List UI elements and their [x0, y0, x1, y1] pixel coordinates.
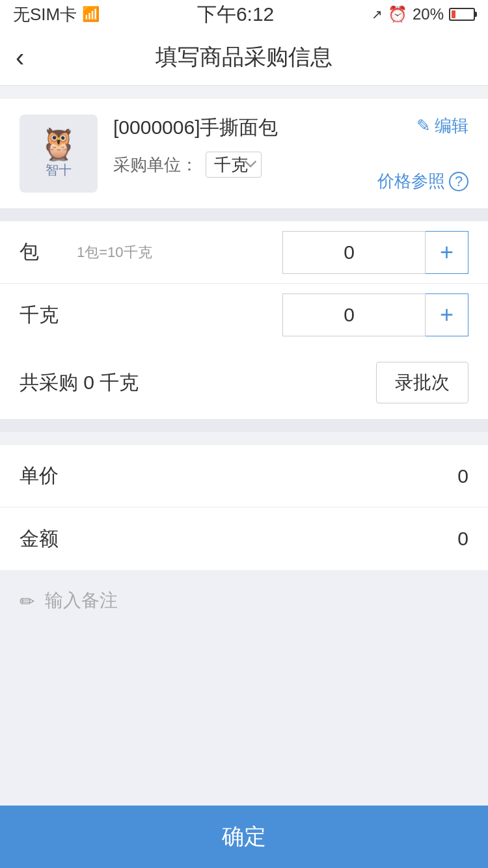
input-section: 包 1包=10千克 + 千克 + [0, 221, 488, 346]
bag-label: 包 [20, 239, 72, 265]
location-icon: ↗ [372, 7, 383, 22]
alarm-icon: ⏰ [388, 5, 407, 23]
batch-button[interactable]: 录批次 [376, 362, 468, 403]
product-logo-sub: 智十 [39, 161, 78, 179]
unit-price-value: 0 [457, 465, 468, 487]
battery-icon [449, 8, 475, 21]
status-time: 下午6:12 [197, 1, 274, 28]
remark-section[interactable]: ✏ 输入备注 [0, 570, 488, 700]
price-ref-button[interactable]: 价格参照 ? [377, 170, 468, 193]
section-divider-2 [0, 419, 488, 432]
summary-text: 共采购 0 千克 [20, 370, 139, 396]
summary-row: 共采购 0 千克 录批次 [0, 346, 488, 419]
kg-plus-button[interactable]: + [426, 293, 468, 336]
confirm-button[interactable]: 确定 [0, 806, 488, 868]
status-carrier: 无SIM卡 📶 [13, 3, 100, 26]
amount-label: 金额 [20, 526, 59, 552]
back-button[interactable]: ‹ [16, 44, 24, 70]
status-right: ↗ ⏰ 20% [372, 5, 475, 23]
bag-input-row: 包 1包=10千克 + [0, 221, 488, 284]
unit-price-row: 单价 0 [0, 445, 488, 508]
edit-icon: ✎ [416, 116, 431, 136]
nav-bar: ‹ 填写商品采购信息 [0, 29, 488, 86]
kg-input-row: 千克 + [0, 284, 488, 346]
carrier-text: 无SIM卡 [13, 3, 77, 26]
product-thumbnail: 🦉 智十 [20, 115, 98, 193]
price-ref-help-icon: ? [449, 172, 468, 191]
edit-label: 编辑 [435, 115, 468, 137]
kg-input[interactable] [282, 293, 426, 336]
unit-price-label: 单价 [20, 463, 59, 489]
section-divider-1 [0, 208, 488, 221]
page-title: 填写商品采购信息 [156, 42, 332, 72]
bag-plus-button[interactable]: + [426, 231, 468, 274]
amount-value: 0 [457, 528, 468, 550]
battery-percent: 20% [413, 5, 444, 23]
product-logo-icon: 🦉 [39, 129, 78, 160]
kg-label: 千克 [20, 302, 72, 329]
edit-button[interactable]: ✎ 编辑 [416, 115, 468, 137]
pencil-icon: ✏ [20, 591, 34, 612]
wifi-icon: 📶 [82, 6, 100, 23]
price-section: 单价 0 金额 0 [0, 445, 488, 570]
product-name: [0000006]手撕面包 [113, 115, 468, 141]
amount-row: 金额 0 [0, 508, 488, 570]
price-ref-label: 价格参照 [377, 170, 445, 193]
bag-input-wrap: + [282, 231, 468, 274]
remark-placeholder: 输入备注 [45, 588, 118, 613]
unit-label: 采购单位： [113, 154, 198, 176]
product-info: [0000006]手撕面包 采购单位： 千克 包 [113, 115, 468, 178]
kg-input-wrap: + [282, 293, 468, 336]
status-bar: 无SIM卡 📶 下午6:12 ↗ ⏰ 20% [0, 0, 488, 29]
bag-input[interactable] [282, 231, 426, 274]
unit-select[interactable]: 千克 包 [206, 152, 262, 178]
bag-sub-label: 1包=10千克 [77, 243, 282, 262]
product-card: 🦉 智十 [0000006]手撕面包 采购单位： 千克 包 ✎ 编辑 价格参照 … [0, 99, 488, 208]
